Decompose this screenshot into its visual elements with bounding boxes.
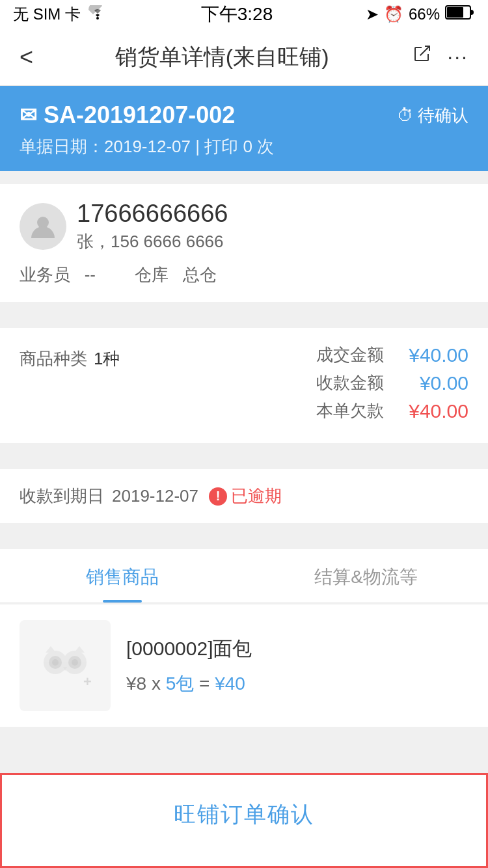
overdue-badge: ! 已逾期 — [209, 485, 282, 508]
wifi-signal — [87, 5, 108, 23]
customer-name: 张，156 6666 6666 — [77, 230, 228, 253]
tabs-bar: 销售商品 结算&物流等 — [0, 549, 488, 603]
page-title: 销货单详情(来自旺铺) — [115, 42, 329, 72]
deal-amount-value: ¥40.00 — [397, 344, 468, 366]
product-name: [0000002]面包 — [126, 636, 468, 662]
customer-card: 17666666666 张，156 6666 6666 业务员 -- 仓库 总仓 — [0, 184, 488, 302]
product-types-value: 1种 — [94, 347, 120, 370]
svg-text:+: + — [83, 673, 92, 690]
confirm-button-wrap: 旺铺订单确认 — [0, 773, 488, 868]
product-info: [0000002]面包 ¥8 x 5包 = ¥40 — [126, 636, 468, 696]
product-types-field: 商品种类 1种 — [20, 347, 120, 370]
order-date: 单据日期：2019-12-07 | 打印 0 次 — [20, 135, 468, 158]
due-date-card: 收款到期日 2019-12-07 ! 已逾期 — [0, 469, 488, 523]
status-text: 待确认 — [418, 104, 468, 127]
order-header-card: ✉ SA-20191207-002 ⏱ 待确认 单据日期：2019-12-07 … — [0, 86, 488, 171]
share-button[interactable] — [411, 43, 434, 72]
unit-price: ¥8 — [126, 673, 146, 694]
owed-row: 本单欠款 ¥40.00 — [316, 400, 468, 422]
nav-right: ··· — [411, 43, 468, 72]
received-value: ¥0.00 — [397, 372, 468, 394]
customer-phone: 17666666666 — [77, 200, 228, 228]
svg-rect-2 — [447, 7, 463, 18]
product-image: + — [20, 620, 111, 711]
order-status: ⏱ 待确认 — [397, 104, 468, 127]
owed-value: ¥40.00 — [397, 400, 468, 422]
status-left: 无 SIM 卡 — [13, 4, 108, 25]
status-clock-icon: ⏱ — [397, 105, 414, 126]
multiply-sign: x — [152, 673, 161, 694]
salesperson-field: 业务员 -- — [20, 264, 96, 286]
total-price: ¥40 — [215, 673, 245, 694]
due-date-label: 收款到期日 — [20, 485, 104, 508]
tab-settlement[interactable]: 结算&物流等 — [244, 549, 488, 603]
no-sim-label: 无 SIM 卡 — [13, 4, 81, 25]
status-bar: 无 SIM 卡 下午3:28 ➤ ⏰ 66% — [0, 0, 488, 29]
svg-point-9 — [72, 659, 78, 666]
order-icon: ✉ — [20, 103, 37, 128]
location-icon: ➤ — [366, 5, 379, 23]
divider-1 — [0, 302, 488, 315]
summary-card: 商品种类 1种 成交金额 ¥40.00 收款金额 ¥0.00 本单欠款 ¥40.… — [0, 328, 488, 443]
tab-products[interactable]: 销售商品 — [0, 549, 244, 603]
svg-point-8 — [52, 659, 59, 666]
confirm-button[interactable]: 旺铺订单确认 — [21, 785, 467, 844]
order-id-value: SA-20191207-002 — [44, 102, 235, 129]
due-date-value: 2019-12-07 — [112, 486, 198, 506]
amounts-section: 成交金额 ¥40.00 收款金额 ¥0.00 本单欠款 ¥40.00 — [316, 344, 468, 427]
status-time: 下午3:28 — [201, 2, 273, 27]
product-card: + [0000002]面包 ¥8 x 5包 = ¥40 — [0, 604, 488, 727]
order-id: ✉ SA-20191207-002 — [20, 102, 235, 129]
avatar — [20, 203, 66, 250]
warehouse-label: 仓库 — [135, 265, 169, 284]
received-row: 收款金额 ¥0.00 — [316, 372, 468, 394]
warehouse-field: 仓库 总仓 — [135, 264, 217, 286]
overdue-icon: ! — [209, 487, 227, 506]
equals-sign: = — [199, 673, 210, 694]
deal-amount-label: 成交金额 — [316, 344, 384, 366]
divider-3 — [0, 523, 488, 536]
salesperson-value: -- — [85, 265, 96, 284]
status-right: ➤ ⏰ 66% — [366, 5, 475, 24]
customer-meta: 业务员 -- 仓库 总仓 — [20, 264, 468, 286]
quantity: 5包 — [166, 673, 195, 694]
divider-2 — [0, 443, 488, 456]
more-button[interactable]: ··· — [447, 45, 468, 69]
battery-label: 66% — [409, 5, 440, 23]
product-types-label: 商品种类 — [20, 347, 87, 370]
salesperson-label: 业务员 — [20, 265, 70, 284]
overdue-text: 已逾期 — [231, 485, 282, 508]
back-button[interactable]: < — [20, 44, 33, 71]
deal-amount-row: 成交金额 ¥40.00 — [316, 344, 468, 366]
svg-point-0 — [96, 17, 99, 20]
owed-label: 本单欠款 — [316, 400, 384, 422]
battery-icon — [445, 5, 475, 24]
product-price: ¥8 x 5包 = ¥40 — [126, 671, 468, 696]
received-label: 收款金额 — [316, 372, 384, 394]
nav-bar: < 销货单详情(来自旺铺) ··· — [0, 29, 488, 86]
warehouse-value: 总仓 — [183, 265, 217, 284]
alarm-icon: ⏰ — [384, 5, 403, 23]
nav-left: < — [20, 44, 33, 71]
